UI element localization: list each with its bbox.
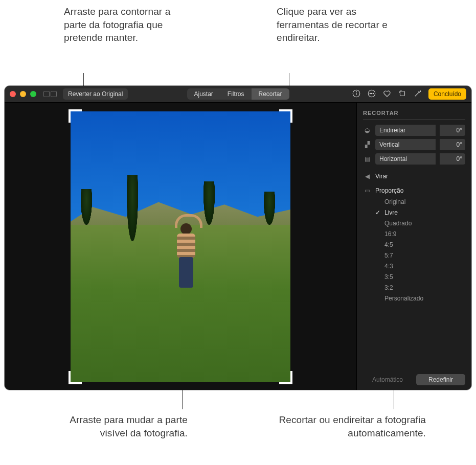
auto-button[interactable]: Automático <box>363 374 412 385</box>
aspect-option[interactable]: ✓4:3 <box>375 263 465 270</box>
aspect-option[interactable]: ✓Personalizado <box>375 295 465 302</box>
aspect-option[interactable]: ✓3:5 <box>375 273 465 281</box>
callout-drag-visible: Arraste para mudar a parte visível da fo… <box>44 413 188 439</box>
info-icon[interactable] <box>352 89 361 100</box>
auto-enhance-icon[interactable] <box>413 89 422 100</box>
aspect-label: 5:7 <box>384 252 393 259</box>
photo-canvas[interactable] <box>5 103 356 390</box>
svg-point-5 <box>371 93 372 94</box>
crop-region[interactable] <box>71 111 290 382</box>
callout-auto-crop: Recortar ou endireitar a fotografia auto… <box>278 413 426 439</box>
leader-line <box>289 73 289 87</box>
titlebar: Reverter ao Original Ajustar Filtros Rec… <box>5 86 471 103</box>
tab-filters[interactable]: Filtros <box>220 88 252 100</box>
straighten-icon: ◒ <box>363 127 371 134</box>
aspect-label: Personalizado <box>384 295 423 302</box>
callout-drag-outline: Arraste para contornar a parte da fotogr… <box>64 5 176 44</box>
tab-adjust[interactable]: Ajustar <box>187 88 220 100</box>
crop-handle-top-right[interactable] <box>279 109 292 123</box>
panel-title: RECORTAR <box>363 110 465 120</box>
crop-handle-bottom-left[interactable] <box>69 371 82 384</box>
aspect-option[interactable]: ✓Livre <box>375 209 465 216</box>
more-icon[interactable] <box>367 89 376 100</box>
tab-crop[interactable]: Recortar <box>252 88 289 100</box>
crop-handle-top-left[interactable] <box>69 109 82 123</box>
svg-point-4 <box>370 93 371 94</box>
vertical-slider[interactable]: ▞ Vertical 0° <box>363 139 465 150</box>
photo-subject <box>172 214 200 296</box>
aspect-label: 16:9 <box>384 230 396 238</box>
aspect-list: ✓Original✓Livre✓Quadrado✓16:9✓4:5✓5:7✓4:… <box>375 198 465 302</box>
crop-panel: RECORTAR ◒ Endireitar 0° ▞ Vertical 0° ▤… <box>356 103 471 390</box>
reset-button[interactable]: Redefinir <box>416 374 465 385</box>
window-controls <box>10 91 36 97</box>
callout-click-crop-tools: Clique para ver as ferramentas de recort… <box>277 5 394 44</box>
revert-to-original-button[interactable]: Reverter ao Original <box>63 88 128 100</box>
aspect-option[interactable]: ✓Quadrado <box>375 220 465 227</box>
leader-line <box>182 389 183 409</box>
svg-point-2 <box>356 91 357 91</box>
done-button[interactable]: Concluído <box>428 88 466 100</box>
flip-button[interactable]: ◀ Virar <box>363 173 465 180</box>
aspect-label: Original <box>384 198 405 205</box>
aspect-label: Livre <box>384 209 398 216</box>
aspect-option[interactable]: ✓3:2 <box>375 284 465 291</box>
aspect-label: 3:5 <box>384 273 393 281</box>
horizontal-slider[interactable]: ▤ Horizontal 0° <box>363 153 465 165</box>
aspect-section: ▭ Proporção <box>363 187 465 194</box>
rotate-icon[interactable] <box>398 89 407 100</box>
crop-handle-bottom-right[interactable] <box>279 371 292 384</box>
edit-mode-tabs: Ajustar Filtros Recortar <box>187 88 289 100</box>
check-icon: ✓ <box>375 209 381 216</box>
sidebar-toggle-icons[interactable] <box>43 91 57 97</box>
flip-icon: ◀ <box>363 173 371 180</box>
aspect-option[interactable]: ✓4:5 <box>375 241 465 248</box>
aspect-option[interactable]: ✓Original <box>375 198 465 205</box>
close-window-button[interactable] <box>10 91 16 97</box>
aspect-label: 4:5 <box>384 241 393 248</box>
vertical-perspective-icon: ▞ <box>363 141 371 148</box>
app-window: Reverter ao Original Ajustar Filtros Rec… <box>5 86 471 390</box>
aspect-label: 3:2 <box>384 284 393 291</box>
minimize-window-button[interactable] <box>20 91 26 97</box>
straighten-slider[interactable]: ◒ Endireitar 0° <box>363 125 465 136</box>
favorite-icon[interactable] <box>382 89 392 100</box>
aspect-option[interactable]: ✓5:7 <box>375 252 465 259</box>
aspect-label: Quadrado <box>384 220 412 227</box>
aspect-option[interactable]: ✓16:9 <box>375 230 465 238</box>
svg-point-6 <box>373 93 374 94</box>
leader-line <box>394 389 394 409</box>
fullscreen-window-button[interactable] <box>30 91 36 97</box>
aspect-icon: ▭ <box>363 187 371 194</box>
svg-rect-7 <box>400 91 404 96</box>
horizontal-perspective-icon: ▤ <box>363 155 371 162</box>
aspect-label: 4:3 <box>384 263 393 270</box>
